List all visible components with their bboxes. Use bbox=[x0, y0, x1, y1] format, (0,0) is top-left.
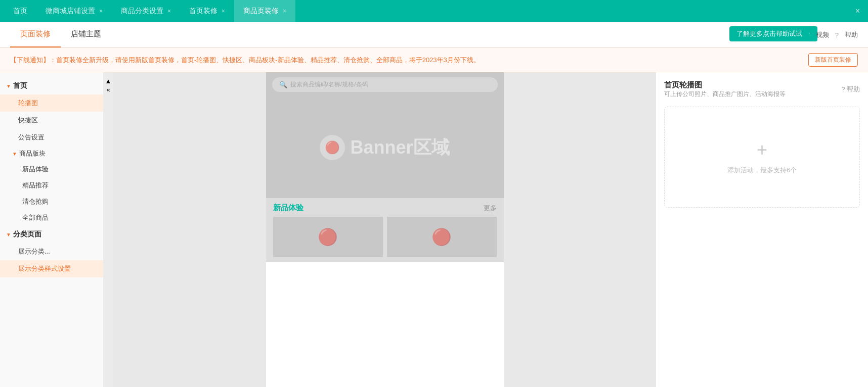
search-icon: 🔍 bbox=[279, 81, 287, 88]
main-layout: ▲ « ▼ 首页 轮播图 快捷区 公告设置 ▼ 商品版块 bbox=[0, 72, 868, 387]
preview-grid-icon-2: 🔴 bbox=[431, 227, 452, 247]
category-group-label: 分类页面 bbox=[13, 230, 41, 239]
close-all-tabs[interactable]: × bbox=[851, 5, 864, 18]
preview-banner-content: 🔴 Banner区域 bbox=[320, 135, 449, 160]
preview-banner-logo: 🔴 bbox=[320, 135, 345, 160]
close-tab-category-settings[interactable]: × bbox=[167, 8, 171, 15]
tab-product-decor[interactable]: 商品页装修 × bbox=[234, 0, 295, 22]
sidebar-item-show-category[interactable]: 展示分类... bbox=[0, 243, 103, 260]
product-block-arrow-icon: ▼ bbox=[12, 151, 17, 157]
help-circle-icon: ? bbox=[841, 85, 845, 93]
add-icon: + bbox=[757, 139, 767, 161]
right-panel-title: 首页轮播图 bbox=[664, 80, 786, 90]
preview-section-title: 新品体验 bbox=[273, 203, 303, 213]
sidebar: ▲ « ▼ 首页 轮播图 快捷区 公告设置 ▼ 商品版块 bbox=[0, 72, 114, 387]
help-banner: 了解更多点击帮助试试 × bbox=[729, 26, 817, 41]
sidebar-tree: ▼ 首页 轮播图 快捷区 公告设置 ▼ 商品版块 新品体验 精品推荐 bbox=[0, 72, 113, 282]
tab-store-settings[interactable]: 微商城店铺设置 × bbox=[36, 0, 112, 22]
right-panel-help-button[interactable]: ? 帮助 bbox=[841, 85, 860, 94]
close-tab-home-decor[interactable]: × bbox=[222, 8, 225, 15]
tab-home[interactable]: 首页 bbox=[4, 0, 36, 22]
close-tab-store-settings[interactable]: × bbox=[99, 8, 103, 15]
preview-grid-item-2: 🔴 bbox=[387, 217, 497, 257]
sidebar-item-notice-settings[interactable]: 公告设置 bbox=[0, 129, 103, 146]
help-label[interactable]: 帮助 bbox=[845, 30, 858, 39]
collapse-left-arrow: « bbox=[106, 86, 110, 93]
preview-banner-label: Banner区域 bbox=[350, 135, 449, 160]
sidebar-item-clearance[interactable]: 清仓抢购 bbox=[0, 194, 103, 210]
sidebar-subgroup-product-block[interactable]: ▼ 商品版块 bbox=[0, 146, 103, 161]
preview-search-box: 🔍 搜索商品编码/名称/规格/条码 bbox=[272, 77, 498, 92]
right-panel-header: 首页轮播图 可上传公司照片、商品推广图片、活动海报等 ? 帮助 bbox=[664, 80, 860, 99]
close-tab-product-decor[interactable]: × bbox=[283, 8, 286, 15]
home-group-label: 首页 bbox=[13, 81, 27, 90]
preview-section-more: 更多 bbox=[484, 204, 497, 213]
preview-new-section: 新品体验 更多 🔴 🔴 bbox=[266, 198, 504, 262]
help-question-icon: ? bbox=[835, 31, 839, 39]
sidebar-item-new-experience[interactable]: 新品体验 bbox=[0, 161, 103, 177]
right-panel-title-area: 首页轮播图 可上传公司照片、商品推广图片、活动海报等 bbox=[664, 80, 786, 99]
add-activity-label: 添加活动，最多支持6个 bbox=[727, 166, 797, 175]
sidebar-collapse-button[interactable]: ▲ « bbox=[103, 72, 113, 387]
preview-search-bar: 🔍 搜索商品编码/名称/规格/条码 bbox=[266, 72, 504, 97]
preview-search-placeholder: 搜索商品编码/名称/规格/条码 bbox=[290, 80, 368, 89]
tab-page-decor[interactable]: 页面装修 bbox=[10, 22, 61, 47]
notice-bar: 【下线通知】：首页装修全新升级，请使用新版首页装修，首页-轮播图、快捷区、商品板… bbox=[0, 47, 868, 72]
preview-section-header: 新品体验 更多 bbox=[273, 203, 497, 213]
collapse-up-arrow: ▲ bbox=[105, 77, 112, 85]
new-home-decor-button[interactable]: 新版首页装修 bbox=[808, 53, 858, 67]
sidebar-item-quick-area[interactable]: 快捷区 bbox=[0, 112, 103, 129]
home-group-arrow-icon: ▼ bbox=[6, 83, 11, 89]
sidebar-item-carousel[interactable]: 轮播图 bbox=[0, 94, 103, 112]
sidebar-item-category-style[interactable]: 展示分类样式设置 bbox=[0, 260, 103, 277]
sidebar-item-all-products[interactable]: 全部商品 bbox=[0, 210, 103, 226]
tab-home-decor[interactable]: 首页装修 × bbox=[180, 0, 234, 22]
video-dot-icon bbox=[806, 33, 810, 37]
category-group-arrow-icon: ▼ bbox=[6, 232, 11, 237]
add-activity-button[interactable]: + 添加活动，最多支持6个 bbox=[664, 107, 860, 208]
product-block-label: 商品版块 bbox=[19, 149, 46, 158]
tab-bar: 首页 微商城店铺设置 × 商品分类设置 × 首页装修 × 商品页装修 × × bbox=[0, 0, 868, 22]
preview-phone: 🔍 搜索商品编码/名称/规格/条码 🔴 Banner区域 bbox=[266, 72, 504, 387]
tab-category-settings[interactable]: 商品分类设置 × bbox=[112, 0, 180, 22]
preview-product-grid: 🔴 🔴 bbox=[273, 217, 497, 257]
sidebar-item-featured[interactable]: 精品推荐 bbox=[0, 177, 103, 194]
video-label[interactable]: 视频 bbox=[816, 30, 829, 39]
tab-store-theme[interactable]: 店铺主题 bbox=[61, 22, 111, 47]
video-help-area: 视频 ? 帮助 bbox=[806, 22, 858, 47]
right-panel: 首页轮播图 可上传公司照片、商品推广图片、活动海报等 ? 帮助 + 添加活动，最… bbox=[656, 72, 868, 387]
sub-tab-bar: 页面装修 店铺主题 了解更多点击帮助试试 × 视频 ? 帮助 bbox=[0, 22, 868, 47]
sidebar-group-category[interactable]: ▼ 分类页面 bbox=[0, 226, 103, 243]
preview-area: 🔍 搜索商品编码/名称/规格/条码 🔴 Banner区域 bbox=[114, 72, 656, 387]
notice-text: 【下线通知】：首页装修全新升级，请使用新版首页装修，首页-轮播图、快捷区、商品板… bbox=[10, 56, 480, 65]
preview-grid-item-1: 🔴 bbox=[273, 217, 383, 257]
preview-banner: 🔴 Banner区域 bbox=[266, 97, 504, 198]
preview-grid-icon-1: 🔴 bbox=[318, 227, 338, 247]
right-panel-subtitle: 可上传公司照片、商品推广图片、活动海报等 bbox=[664, 90, 786, 98]
sidebar-group-home[interactable]: ▼ 首页 bbox=[0, 77, 103, 94]
